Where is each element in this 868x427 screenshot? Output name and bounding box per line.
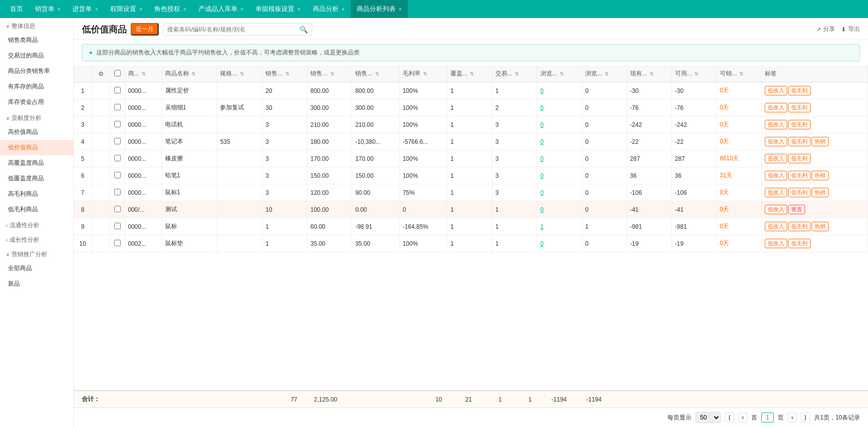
search-input[interactable] [167,26,296,33]
browse-link[interactable]: 0 [540,189,544,196]
col-current-stock[interactable]: 现有... ⇅ [627,65,671,82]
row-browse1[interactable]: 0 [537,235,582,252]
sidebar-item-new-products[interactable]: 新品 [0,276,73,292]
sidebar-group-marketing[interactable]: ∨ 营销推广分析 [0,246,73,261]
sidebar-item-low-profit[interactable]: 低毛利商品 [0,202,73,217]
browse-link[interactable]: 1 [540,223,544,230]
nav-product-analysis-list[interactable]: 商品分析列表 × [351,0,408,18]
col-saleable[interactable]: 可销... ⇅ [716,65,761,82]
row-browse1[interactable]: 1 [537,218,582,235]
nav-role-auth[interactable]: 角色授权 × [148,0,192,18]
col-transaction[interactable]: 交易... ⇅ [492,65,537,82]
sidebar-item-high-value[interactable]: 高价值商品 [0,124,73,140]
nav-home[interactable]: 首页 [4,0,29,18]
collapse-icon: ∨ [6,23,9,29]
last-page-button[interactable]: ⟩ [801,413,810,423]
row-transaction: 1 [492,235,537,252]
sidebar-item-capital-occupation[interactable]: 库存资金占用 [0,94,73,110]
row-checkbox[interactable] [114,206,121,212]
nav-permissions[interactable]: 权限设置 × [104,0,148,18]
sidebar-item-category-sales-rate[interactable]: 商品分类销售率 [0,63,73,79]
tag-badge: 热销 [812,188,829,197]
sidebar-group-contribution[interactable]: ∨ 贡献度分析 [0,110,73,124]
data-table-container[interactable]: ⚙ 商... ⇅ 商品名称 ⇅ 规格... ⇅ 销售... ⇅ 销售... ⇅ … [74,65,868,390]
close-icon[interactable]: × [399,6,402,12]
col-sale-amount[interactable]: 销售... ⇅ [307,65,352,82]
nav-product-inbound[interactable]: 产成品入库单 × [193,0,249,18]
col-checkbox[interactable] [110,65,125,82]
col-browse2[interactable]: 浏览... ⇅ [582,65,627,82]
sidebar-item-low-coverage[interactable]: 低覆盖度商品 [0,171,73,186]
sidebar-item-high-coverage[interactable]: 高覆盖度商品 [0,155,73,171]
row-browse1[interactable]: 0 [537,99,582,116]
browse-link[interactable]: 0 [540,121,544,128]
row-browse1[interactable]: 0 [537,201,582,218]
browse-link[interactable]: 0 [540,104,544,111]
col-sale-qty[interactable]: 销售... ⇅ [262,65,307,82]
close-icon[interactable]: × [139,6,142,12]
row-checkbox[interactable] [114,138,121,144]
row-browse1[interactable]: 0 [537,133,582,150]
row-checkbox[interactable] [114,189,121,195]
browse-link[interactable]: 0 [540,240,544,247]
row-browse1[interactable]: 0 [537,167,582,184]
close-icon[interactable]: × [240,6,243,12]
sidebar-item-sales-products[interactable]: 销售类商品 [0,32,73,48]
row-sale-profit: 210.00 [352,116,400,133]
row-checkbox[interactable] [114,240,121,246]
nav-product-analysis[interactable]: 商品分析 × [307,0,351,18]
browse-link[interactable]: 0 [540,87,544,94]
close-icon[interactable]: × [95,6,98,12]
browse-link[interactable]: 0 [540,138,544,145]
row-code: 0000... [125,133,162,150]
col-name[interactable]: 商品名称 ⇅ [162,65,217,82]
browse-link[interactable]: 0 [540,155,544,162]
close-icon[interactable]: × [183,6,186,12]
col-code[interactable]: 商... ⇅ [125,65,162,82]
sidebar-group-growth[interactable]: › 成长性分析 [0,232,73,246]
browse-link[interactable]: 0 [540,206,544,213]
sidebar-item-all-products[interactable]: 全部商品 [0,261,73,276]
next-page-button[interactable]: › [788,413,797,423]
first-page-button[interactable]: ⟨ [725,413,734,423]
share-button[interactable]: ↗ 分享 [816,25,835,33]
per-page-select[interactable]: 50 100 200 [695,412,721,423]
row-checkbox[interactable] [114,87,121,93]
close-icon[interactable]: × [342,6,345,12]
nav-purchase-order[interactable]: 进货单 × [66,0,104,18]
row-browse1[interactable]: 0 [537,184,582,201]
nav-template-settings[interactable]: 单据模板设置 × [249,0,306,18]
col-available[interactable]: 可用... ⇅ [671,65,716,82]
col-sale-profit[interactable]: 销售... ⇅ [352,65,400,82]
export-button[interactable]: ⬇ 导出 [841,25,860,33]
col-gross-margin[interactable]: 毛利率 ⇅ [400,65,447,82]
col-spec[interactable]: 规格... ⇅ [217,65,262,82]
nav-sales-order[interactable]: 销货单 × [29,0,66,18]
col-coverage[interactable]: 覆盖... ⇅ [447,65,492,82]
row-browse1[interactable]: 0 [537,82,582,99]
sidebar-item-traded-products[interactable]: 交易过的商品 [0,48,73,63]
row-checkbox[interactable] [114,155,121,161]
row-checkbox[interactable] [114,121,121,127]
col-tags[interactable]: 标签 [761,65,868,82]
row-browse1[interactable]: 0 [537,116,582,133]
period-button[interactable]: 近一月 [131,23,159,35]
browse-link[interactable]: 0 [540,172,544,179]
sidebar-item-low-value[interactable]: 低价值商品 [0,140,73,155]
row-checkbox[interactable] [114,104,121,110]
close-icon[interactable]: × [57,6,60,12]
search-icon[interactable]: 🔍 [299,25,308,33]
sidebar-item-high-profit[interactable]: 高毛利商品 [0,186,73,202]
prev-page-button[interactable]: ‹ [738,413,747,423]
row-browse1[interactable]: 0 [537,150,582,167]
row-checkbox[interactable] [114,223,121,229]
table-row: 10 0002... 鼠标垫 1 35.00 35.00 100% 1 1 0 … [74,235,868,252]
select-all-checkbox[interactable] [114,70,121,76]
col-settings[interactable]: ⚙ [92,65,110,82]
close-icon[interactable]: × [297,6,300,12]
row-checkbox[interactable] [114,172,121,178]
sidebar-group-circulation[interactable]: › 流通性分析 [0,217,73,232]
sidebar-item-stocked-products[interactable]: 有库存的商品 [0,79,73,94]
sidebar-group-overall[interactable]: ∨ 整体信息 [0,18,73,32]
col-browse1[interactable]: 浏览... ⇅ [537,65,582,82]
